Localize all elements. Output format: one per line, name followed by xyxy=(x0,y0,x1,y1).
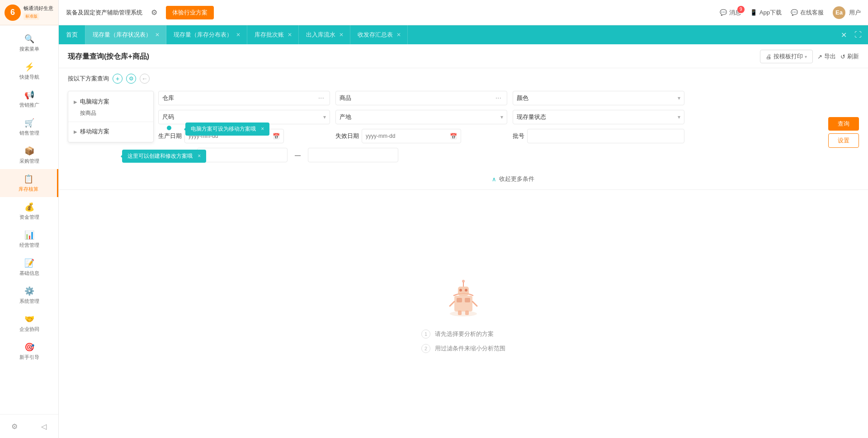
qty-from-input[interactable] xyxy=(197,148,288,162)
batch-filter[interactable] xyxy=(527,129,684,143)
collapse-more-btn[interactable]: ∧ 收起更多条件 xyxy=(59,171,868,189)
exp-date-calendar-icon[interactable]: 📅 xyxy=(450,133,457,140)
sidebar-item-sys-mgmt[interactable]: ⚙️ 系统管理 xyxy=(0,281,58,309)
tooltip-pc-scheme: 电脑方案可设为移动方案哦 × xyxy=(185,122,269,136)
scheme-sub-item[interactable]: 按商品 xyxy=(68,109,153,120)
online-support-btn[interactable]: 💬 在线客服 xyxy=(791,9,824,17)
warehouse-filter[interactable]: 仓库 ··· xyxy=(158,91,330,105)
tooltip-1-close[interactable]: × xyxy=(261,126,264,132)
sidebar-item-beginner[interactable]: 🎯 新手引导 xyxy=(0,337,58,365)
scheme-item-mobile[interactable]: ▶ 移动端方案 xyxy=(68,124,153,139)
sidebar-item-operations[interactable]: 📊 经营管理 xyxy=(0,225,58,253)
finance-icon: 💰 xyxy=(24,202,35,212)
message-btn[interactable]: 💬 消息 9 xyxy=(720,9,741,17)
search-actions: 查询 设置 xyxy=(828,117,859,148)
user-menu-btn[interactable]: Ea 用户 xyxy=(833,6,861,19)
tab-close-inventory-status[interactable]: ✕ xyxy=(155,32,160,38)
sidebar-item-enterprise[interactable]: 🤝 企业协同 xyxy=(0,309,58,337)
tab-close-inout-flow[interactable]: ✕ xyxy=(339,32,344,38)
tab-close-inventory-dist[interactable]: ✕ xyxy=(236,32,241,38)
logo-icon: 6 xyxy=(5,5,21,21)
empty-state: 1 请先选择要分析的方案 2 用过滤条件来缩小分析范围 xyxy=(59,190,868,438)
sidebar-item-search-menu[interactable]: 🔍 搜索菜单 xyxy=(0,29,58,57)
top-header: 装备及固定资产辅助管理系统 ⚙ 体验行业方案 💬 消息 9 📱 App下载 💬 … xyxy=(59,0,868,25)
header-settings-icon[interactable]: ⚙ xyxy=(148,6,160,19)
export-icon: ↗ xyxy=(817,53,822,60)
empty-step-1: 1 请先选择要分析的方案 xyxy=(421,330,505,339)
print-btn[interactable]: 🖨 按模板打印 ▾ xyxy=(760,50,813,63)
filter-header-label: 按以下方案查询 xyxy=(68,75,109,83)
tab-label-inventory-status: 现存量（库存状况表） xyxy=(93,31,151,39)
tooltip-2-close[interactable]: × xyxy=(198,153,201,159)
sidebar-item-label-beginner: 新手引导 xyxy=(19,354,39,361)
stock-status-filter[interactable]: 现存量状态 ▾ xyxy=(513,110,684,124)
sidebar-item-inventory[interactable]: 📋 库存核算 xyxy=(0,169,58,197)
empty-steps: 1 请先选择要分析的方案 2 用过滤条件来缩小分析范围 xyxy=(421,330,505,353)
sidebar-item-finance[interactable]: 💰 资金管理 xyxy=(0,197,58,225)
trial-button[interactable]: 体验行业方案 xyxy=(166,6,214,19)
svg-point-0 xyxy=(450,311,477,316)
exp-date-filter[interactable]: 📅 xyxy=(362,129,461,143)
sidebar-item-basic-info[interactable]: 📝 基础信息 xyxy=(0,253,58,281)
origin-filter[interactable]: 产地 ▾ xyxy=(335,110,507,124)
svg-point-10 xyxy=(465,289,467,292)
tab-batch-ledger[interactable]: 库存批次账 ✕ xyxy=(247,25,299,44)
scheme-label-mobile: 移动端方案 xyxy=(80,127,109,136)
color-filter[interactable]: 颜色 ▾ xyxy=(513,91,684,105)
reset-button[interactable]: 设置 xyxy=(828,133,859,148)
warehouse-dots[interactable]: ··· xyxy=(316,94,326,102)
stock-status-label: 现存量状态 xyxy=(517,113,678,121)
goods-filter[interactable]: 商品 ··· xyxy=(335,91,507,105)
connector-dot xyxy=(167,126,171,130)
filter-header: 按以下方案查询 + ⚙ ← xyxy=(68,74,859,84)
scheme-label-pc: 电脑端方案 xyxy=(80,98,109,106)
print-dropdown-icon: ▾ xyxy=(805,54,807,59)
app-download-btn[interactable]: 📱 App下载 xyxy=(750,9,782,17)
tab-close-batch-ledger[interactable]: ✕ xyxy=(288,32,292,38)
sidebar-settings-btn[interactable]: ⚙ xyxy=(7,419,22,433)
tab-label-inventory-dist: 现存量（库存分布表） xyxy=(174,31,232,39)
svg-rect-8 xyxy=(458,287,469,296)
tab-close-recv-summary[interactable]: ✕ xyxy=(396,32,401,38)
filter-back-btn[interactable]: ← xyxy=(140,74,150,84)
prod-date-calendar-icon[interactable]: 📅 xyxy=(273,133,280,140)
goods-dots[interactable]: ··· xyxy=(494,94,503,102)
svg-rect-6 xyxy=(458,311,462,315)
qty-to-input[interactable] xyxy=(308,148,398,162)
scheme-item-pc[interactable]: ▶ 电脑端方案 xyxy=(68,94,153,109)
scheme-panel: ▶ 电脑端方案 按商品 ▶ 移动端方案 xyxy=(68,91,154,142)
tooltip-create-scheme: 这里可以创建和修改方案哦 × xyxy=(122,150,206,163)
search-button[interactable]: 查询 xyxy=(828,117,859,131)
tri-icon-mobile: ▶ xyxy=(74,129,77,134)
sidebar-item-marketing[interactable]: 📢 营销推广 xyxy=(0,85,58,113)
filter-settings-btn[interactable]: ⚙ xyxy=(126,74,136,84)
refresh-label: 刷新 xyxy=(847,52,859,61)
tab-expand-btn[interactable]: ⛶ xyxy=(853,29,863,40)
sidebar-item-quick-nav[interactable]: ⚡ 快捷导航 xyxy=(0,57,58,85)
tab-inventory-status[interactable]: 现存量（库存状况表） ✕ xyxy=(85,25,166,44)
exp-date-input[interactable] xyxy=(366,133,450,139)
svg-point-9 xyxy=(459,289,462,292)
sidebar-item-label-enterprise: 企业协同 xyxy=(19,326,39,333)
tab-close-all-btn[interactable]: ✕ xyxy=(838,29,849,40)
refresh-btn[interactable]: ↺ 刷新 xyxy=(840,52,859,61)
collapse-label: 收起更多条件 xyxy=(499,175,534,183)
sidebar-collapse-btn[interactable]: ◁ xyxy=(37,419,51,433)
sidebar-item-label-inventory: 库存核算 xyxy=(19,186,38,193)
filter-area-wrapper: 按以下方案查询 + ⚙ ← ▶ 电脑端方案 按商品 xyxy=(59,68,868,189)
tab-inventory-dist[interactable]: 现存量（库存分布表） ✕ xyxy=(166,25,247,44)
print-label: 按模板打印 xyxy=(774,52,803,61)
tab-recv-summary[interactable]: 收发存汇总表 ✕ xyxy=(350,25,408,44)
filter-add-btn[interactable]: + xyxy=(113,74,123,84)
sys-mgmt-icon: ⚙️ xyxy=(24,286,35,297)
tab-inout-flow[interactable]: 出入库流水 ✕ xyxy=(299,25,350,44)
export-label: 导出 xyxy=(824,52,836,61)
export-btn[interactable]: ↗ 导出 xyxy=(817,52,836,61)
operations-icon: 📊 xyxy=(24,230,35,240)
sidebar-item-sales[interactable]: 🛒 销售管理 xyxy=(0,113,58,141)
header-left: 装备及固定资产辅助管理系统 ⚙ 体验行业方案 xyxy=(66,6,214,19)
goods-label: 商品 xyxy=(340,94,494,102)
sidebar-item-label-marketing: 营销推广 xyxy=(19,102,39,108)
sidebar-item-purchase[interactable]: 📦 采购管理 xyxy=(0,141,58,169)
tab-home[interactable]: 首页 xyxy=(59,25,85,44)
